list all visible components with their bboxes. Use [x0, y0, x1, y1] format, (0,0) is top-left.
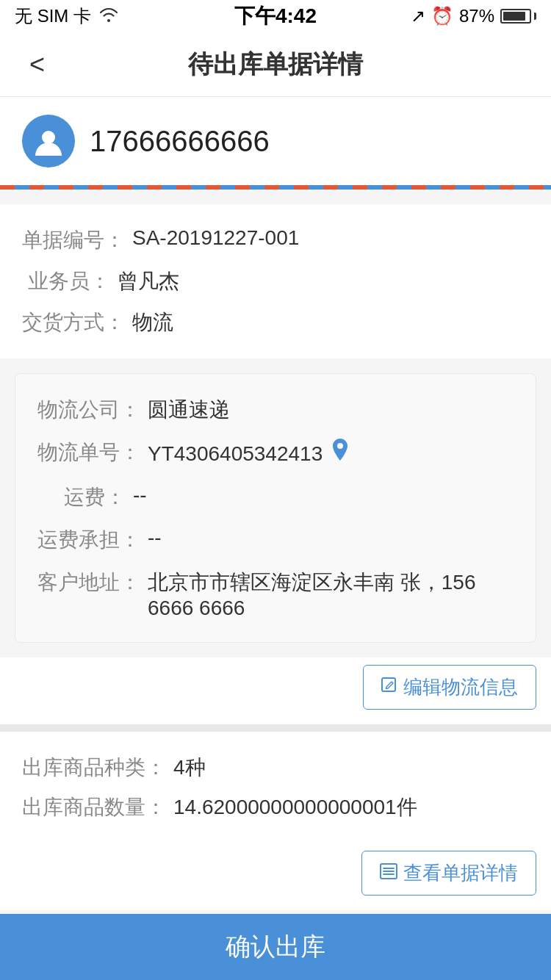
- edit-icon: [381, 676, 397, 699]
- logistics-card: 物流公司： 圆通速递 物流单号： YT4306405342413 运费： -- …: [15, 373, 536, 643]
- basic-info-section: 单据编号： SA-20191227-001 业务员： 曾凡杰 交货方式： 物流: [0, 204, 551, 359]
- logistics-company-label: 物流公司：: [37, 396, 140, 424]
- status-bar: 无 SIM 卡 下午4:42 ↗ ⏰ 87%: [0, 0, 551, 32]
- logistics-company-row: 物流公司： 圆通速递: [37, 396, 514, 424]
- order-number-label: 单据编号：: [22, 226, 125, 254]
- gray-divider: [0, 724, 551, 732]
- address-value: 北京市市辖区海淀区永丰南 张，156 6666 6666: [148, 569, 514, 620]
- product-kinds-row: 出库商品种类： 4种: [22, 754, 529, 782]
- page-title: 待出库单据详情: [188, 48, 363, 82]
- agent-label: 业务员：: [22, 267, 110, 295]
- back-button[interactable]: <: [22, 42, 52, 87]
- freight-label: 运费：: [37, 483, 126, 511]
- nav-bar: < 待出库单据详情: [0, 32, 551, 97]
- agent-value: 曾凡杰: [118, 267, 529, 295]
- map-location-icon[interactable]: [330, 439, 350, 469]
- agent-row: 业务员： 曾凡杰: [22, 267, 529, 295]
- edit-btn-container: 编辑物流信息: [0, 657, 551, 724]
- freight-bearer-value: --: [148, 526, 514, 550]
- order-number-row: 单据编号： SA-20191227-001: [22, 226, 529, 254]
- wifi-icon: [98, 6, 119, 26]
- avatar: [22, 115, 75, 167]
- order-number-value: SA-20191227-001: [132, 226, 529, 250]
- address-row: 客户地址： 北京市市辖区海淀区永丰南 张，156 6666 6666: [37, 569, 514, 620]
- list-icon: [380, 862, 397, 884]
- freight-value: --: [133, 483, 514, 507]
- view-detail-button[interactable]: 查看单据详情: [361, 851, 536, 896]
- edit-logistics-label: 编辑物流信息: [403, 674, 518, 700]
- tracking-label: 物流单号：: [37, 439, 140, 466]
- product-kinds-value: 4种: [173, 754, 206, 782]
- edit-logistics-button[interactable]: 编辑物流信息: [363, 665, 536, 710]
- freight-bearer-label: 运费承担：: [37, 526, 140, 554]
- tracking-number-row: 物流单号： YT4306405342413: [37, 439, 514, 469]
- status-time: 下午4:42: [234, 2, 317, 30]
- product-quantity-label: 出库商品数量：: [22, 793, 166, 821]
- freight-bearer-row: 运费承担： --: [37, 526, 514, 554]
- product-quantity-value: 14.62000000000000001件: [173, 793, 417, 821]
- logistics-company-value: 圆通速递: [148, 396, 514, 424]
- status-right: ↗ ⏰ 87%: [411, 6, 536, 26]
- view-detail-label: 查看单据详情: [403, 860, 518, 886]
- tracking-value-container: YT4306405342413: [148, 439, 514, 469]
- summary-section: 出库商品种类： 4种 出库商品数量： 14.62000000000000001件: [0, 732, 551, 843]
- product-quantity-row: 出库商品数量： 14.62000000000000001件: [22, 793, 529, 821]
- customer-phone: 17666666666: [90, 125, 270, 158]
- delivery-value: 物流: [132, 309, 529, 336]
- battery-icon: [500, 9, 536, 24]
- view-detail-container: 查看单据详情: [0, 843, 551, 910]
- status-left: 无 SIM 卡: [15, 4, 119, 28]
- confirm-btn-wrap: 确认出库: [0, 914, 551, 980]
- location-status-icon: ↗: [411, 6, 425, 26]
- delivery-row: 交货方式： 物流: [22, 309, 529, 336]
- carrier-label: 无 SIM 卡: [15, 4, 91, 28]
- phone-section: 17666666666: [0, 97, 551, 185]
- alarm-icon: ⏰: [431, 6, 453, 26]
- address-label: 客户地址：: [37, 569, 140, 597]
- battery-percent: 87%: [459, 6, 494, 26]
- delivery-label: 交货方式：: [22, 309, 125, 336]
- product-kinds-label: 出库商品种类：: [22, 754, 166, 782]
- tracking-number: YT4306405342413: [148, 442, 323, 466]
- freight-row: 运费： --: [37, 483, 514, 511]
- confirm-outbound-button[interactable]: 确认出库: [226, 930, 325, 964]
- svg-point-0: [42, 131, 55, 144]
